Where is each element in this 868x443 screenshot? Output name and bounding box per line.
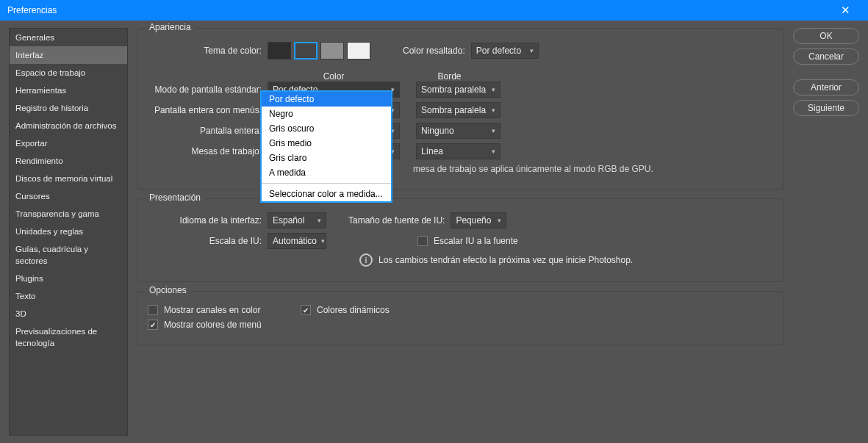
highlight-dropdown[interactable]: Por defecto▾ [471,43,539,59]
sidebar-item-4[interactable]: Registro de historia [10,99,127,117]
cancel-button[interactable]: Cancelar [793,48,859,65]
next-button[interactable]: Siguiente [793,100,859,116]
dropdown-option-3[interactable]: Gris medio [262,136,391,151]
theme-swatch-0[interactable] [268,42,291,60]
sidebar-item-14[interactable]: Texto [10,287,127,305]
titlebar: Preferencias ✕ [0,0,868,21]
chevron-down-icon: ▾ [492,127,495,134]
sidebar-item-12[interactable]: Guías, cuadrícula y sectores [10,240,127,270]
sidebar: GeneralesInterfazEspacio de trabajoHerra… [9,28,128,436]
chevron-down-icon: ▾ [492,107,495,114]
channels-checkbox[interactable] [148,305,158,315]
theme-swatch-3[interactable] [347,42,370,60]
scale-dropdown[interactable]: Automático▾ [268,233,326,249]
dropdown-option-2[interactable]: Gris oscuro [262,121,391,136]
ok-button[interactable]: OK [793,28,859,44]
appearance-title: Apariencia [145,22,196,32]
sidebar-item-13[interactable]: Plugins [10,270,127,287]
font-size-label: Tamaño de fuente de IU: [348,215,445,226]
sidebar-item-0[interactable]: Generales [10,29,127,46]
mode-border-dropdown-2[interactable]: Ninguno▾ [416,123,501,139]
sidebar-item-7[interactable]: Rendimiento [10,152,127,170]
window-title: Preferencias [7,5,57,15]
chevron-down-icon: ▾ [321,237,325,245]
dropdown-option-custom[interactable]: Seleccionar color a medida... [262,187,391,201]
sidebar-item-5[interactable]: Administración de archivos [10,117,127,134]
options-title: Opciones [145,285,191,295]
chevron-down-icon: ▾ [498,217,501,224]
sidebar-item-8[interactable]: Discos de memoria virtual [10,170,127,187]
dropdown-option-5[interactable]: A medida [262,165,391,180]
chevron-down-icon: ▾ [318,217,321,224]
color-theme-label: Tema de color: [148,46,262,56]
ui-lang-label: Idioma de la interfaz: [148,215,262,226]
dropdown-option-4[interactable]: Gris claro [262,151,391,165]
info-icon: i [359,253,373,267]
mode-row-label-2: Pantalla entera: [148,126,262,136]
restart-note: Los cambios tendrán efecto la próxima ve… [379,255,633,265]
sidebar-item-16[interactable]: Previsualizaciones de tecnología [10,323,127,352]
column-border-header: Borde [407,71,492,82]
chevron-down-icon: ▾ [530,47,534,54]
close-icon[interactable]: ✕ [828,0,862,21]
presentation-group: Presentación Idioma de la interfaz: Espa… [137,198,784,282]
sidebar-item-10[interactable]: Transparencia y gama [10,205,127,223]
channels-label: Mostrar canales en color [164,305,281,315]
scale-to-font-checkbox[interactable] [417,236,428,246]
mode-row-label-0: Modo de pantalla estándar: [148,84,262,95]
menu-colors-label: Mostrar colores de menú [164,320,262,330]
sidebar-item-15[interactable]: 3D [10,305,127,323]
sidebar-item-1[interactable]: Interfaz [10,46,127,64]
highlight-label: Color resaltado: [403,46,465,56]
theme-swatch-2[interactable] [320,42,344,60]
mode-border-dropdown-3[interactable]: Línea▾ [416,143,501,159]
chevron-down-icon: ▾ [492,148,495,155]
scale-to-font-label: Escalar IU a la fuente [434,236,518,246]
options-group: Opciones Mostrar canales en color Colore… [137,291,784,345]
theme-swatch-1[interactable] [294,42,318,60]
scale-label: Escala de IU: [148,236,262,246]
mode-border-dropdown-1[interactable]: Sombra paralela▾ [416,102,501,118]
mode-border-dropdown-0[interactable]: Sombra paralela▾ [416,82,501,98]
prev-button[interactable]: Anterior [793,79,859,96]
mode-row-label-1: Pantalla entera con menús: [148,105,262,115]
dropdown-option-0[interactable]: Por defecto [262,92,391,107]
column-color-header: Color [268,71,400,82]
sidebar-item-3[interactable]: Herramientas [10,82,127,99]
ui-lang-dropdown[interactable]: Español▾ [268,212,326,228]
dropdown-option-1[interactable]: Negro [262,107,391,121]
chevron-down-icon: ▾ [492,86,495,93]
sidebar-item-9[interactable]: Cursores [10,187,127,205]
dynamic-colors-label: Colores dinámicos [317,305,390,315]
sidebar-item-2[interactable]: Espacio de trabajo [10,64,127,82]
font-size-dropdown[interactable]: Pequeño▾ [451,212,506,228]
dynamic-colors-checkbox[interactable] [301,305,311,315]
mode-row-label-3: Mesas de trabajo: [148,146,262,156]
presentation-title: Presentación [145,192,205,203]
gpu-note: mesa de trabajo se aplica únicamente al … [413,164,653,174]
sidebar-item-11[interactable]: Unidades y reglas [10,223,127,240]
menu-colors-checkbox[interactable] [148,320,158,330]
sidebar-item-6[interactable]: Exportar [10,134,127,152]
appearance-group: Apariencia Tema de color: Color resaltad… [137,28,784,190]
color-dropdown-list[interactable]: Por defectoNegroGris oscuroGris medioGri… [260,90,392,203]
